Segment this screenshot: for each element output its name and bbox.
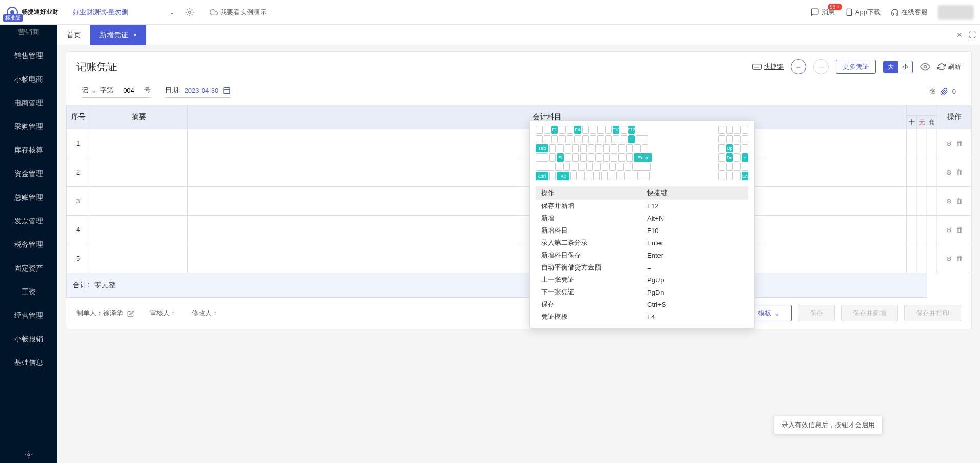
- save-button: 保存: [798, 305, 835, 321]
- key-blank: [567, 126, 573, 134]
- key-Ctrl: Ctrl: [536, 172, 548, 180]
- summary-cell[interactable]: [90, 244, 188, 273]
- sidebar-item[interactable]: 小畅电商: [0, 68, 57, 91]
- delete-row-icon[interactable]: 🗑: [956, 140, 963, 147]
- voucher-table: 序号 摘要 会计科目 借方金额 贷方金额 操作 十 元 角: [66, 105, 971, 298]
- delete-row-icon[interactable]: 🗑: [956, 226, 963, 234]
- row-index: 4: [67, 216, 90, 244]
- key-blank: [549, 144, 556, 152]
- key-blank: [565, 153, 571, 162]
- sidebar-item[interactable]: 发票管理: [0, 209, 57, 233]
- amount-digits[interactable]: [907, 216, 937, 244]
- key-blank: [565, 144, 571, 152]
- size-large[interactable]: 大: [884, 61, 898, 73]
- size-toggle: 大 小: [883, 61, 913, 73]
- edit-icon[interactable]: [127, 310, 134, 317]
- more-vouchers-button[interactable]: 更多凭证: [836, 60, 876, 74]
- settings-gear-icon[interactable]: [185, 8, 194, 17]
- tenant-selector[interactable]: 好业财测试-量勿删 ⌄: [73, 8, 175, 17]
- sidebar-item[interactable]: 基础信息: [0, 351, 57, 375]
- close-all-tabs-icon[interactable]: ✕: [956, 31, 963, 39]
- fullscreen-icon[interactable]: ⛶: [969, 31, 976, 39]
- sidebar-item[interactable]: 电商管理: [0, 91, 57, 115]
- headset-icon: [891, 8, 899, 16]
- next-voucher-button[interactable]: →: [813, 59, 829, 74]
- delete-row-icon[interactable]: 🗑: [956, 168, 963, 176]
- tab-close-icon[interactable]: ×: [133, 32, 137, 39]
- summary-cell[interactable]: [90, 158, 188, 187]
- key-blank: [718, 135, 725, 143]
- messages-button[interactable]: 消息 99 +: [810, 8, 835, 17]
- delete-row-icon[interactable]: 🗑: [956, 197, 963, 205]
- tab-home[interactable]: 首页: [57, 25, 90, 45]
- amount-digits[interactable]: [907, 187, 937, 216]
- keyboard-icon: [752, 63, 762, 70]
- shortcut-op: 保存并新增: [536, 200, 642, 212]
- key-blank: [580, 144, 587, 152]
- key-blank: [621, 126, 627, 134]
- add-row-icon[interactable]: ⊕: [946, 226, 952, 234]
- key-F10: F10: [613, 126, 619, 134]
- tab-bar: 首页 新增凭证 × ✕ ⛶: [57, 25, 980, 45]
- hotkey-link[interactable]: 快捷键: [752, 62, 784, 71]
- summary-cell[interactable]: [90, 216, 188, 244]
- calendar-icon[interactable]: [223, 86, 231, 95]
- svg-rect-3: [847, 9, 851, 15]
- refresh-button[interactable]: 刷新: [937, 62, 961, 71]
- key-blank: [621, 135, 627, 143]
- size-small[interactable]: 小: [898, 61, 912, 73]
- sidebar-settings-icon[interactable]: [0, 446, 57, 463]
- attachment-icon[interactable]: [940, 87, 948, 96]
- sidebar-item[interactable]: 经营管理: [0, 304, 57, 327]
- summary-cell[interactable]: [90, 187, 188, 216]
- message-badge: 99 +: [828, 4, 842, 10]
- key-blank: [605, 126, 612, 134]
- user-avatar[interactable]: [938, 5, 974, 20]
- sidebar-item[interactable]: 资金管理: [0, 162, 57, 186]
- delete-row-icon[interactable]: 🗑: [956, 255, 963, 262]
- amount-digits[interactable]: [907, 244, 937, 273]
- sidebar-item[interactable]: 总账管理: [0, 186, 57, 209]
- key-blank: [595, 153, 602, 162]
- amount-digits[interactable]: [907, 158, 937, 187]
- tab-new-voucher[interactable]: 新增凭证 ×: [90, 25, 146, 45]
- row-actions: ⊕ 🗑: [937, 216, 971, 244]
- shortcut-op: 凭证模板: [536, 311, 642, 323]
- voucher-type-dropdown[interactable]: ⌄: [91, 87, 97, 94]
- amount-digits[interactable]: [907, 129, 937, 158]
- prev-voucher-button[interactable]: ←: [791, 59, 806, 74]
- add-row-icon[interactable]: ⊕: [946, 255, 952, 262]
- key-blank: [618, 153, 625, 162]
- key-blank: [609, 172, 615, 180]
- sidebar-item[interactable]: 销售管理: [0, 44, 57, 68]
- key-blank: [618, 144, 625, 152]
- key-blank: [597, 126, 604, 134]
- row-index: 2: [67, 158, 90, 187]
- key-blank: [718, 126, 725, 134]
- key-blank: [642, 144, 648, 152]
- add-row-icon[interactable]: ⊕: [946, 168, 952, 176]
- total-cell: 合计: 零元整: [67, 273, 927, 298]
- sidebar-item[interactable]: 营销商: [0, 25, 57, 44]
- support-button[interactable]: 在线客服: [891, 8, 928, 17]
- voucher-number-input[interactable]: [116, 87, 141, 94]
- app-download-button[interactable]: App下载: [845, 8, 881, 17]
- summary-cell[interactable]: [90, 129, 188, 158]
- col-ops: 操作: [937, 105, 971, 129]
- key-blank: [742, 126, 748, 134]
- sidebar-item[interactable]: 税务管理: [0, 233, 57, 257]
- demo-link[interactable]: 我要看实例演示: [210, 8, 267, 17]
- preview-icon[interactable]: [920, 62, 930, 72]
- key-blank: [544, 135, 550, 143]
- sidebar-item[interactable]: 小畅报销: [0, 327, 57, 351]
- row-index: 1: [67, 129, 90, 158]
- sidebar-item[interactable]: 库存核算: [0, 139, 57, 162]
- add-row-icon[interactable]: ⊕: [946, 197, 952, 205]
- sidebar-item[interactable]: 工资: [0, 280, 57, 304]
- sidebar-item[interactable]: 固定资产: [0, 257, 57, 280]
- date-value[interactable]: 2023-04-30: [185, 87, 219, 94]
- sheet-label: 张: [929, 87, 936, 97]
- key-blank: [586, 172, 592, 180]
- sidebar-item[interactable]: 采购管理: [0, 115, 57, 139]
- add-row-icon[interactable]: ⊕: [946, 140, 952, 147]
